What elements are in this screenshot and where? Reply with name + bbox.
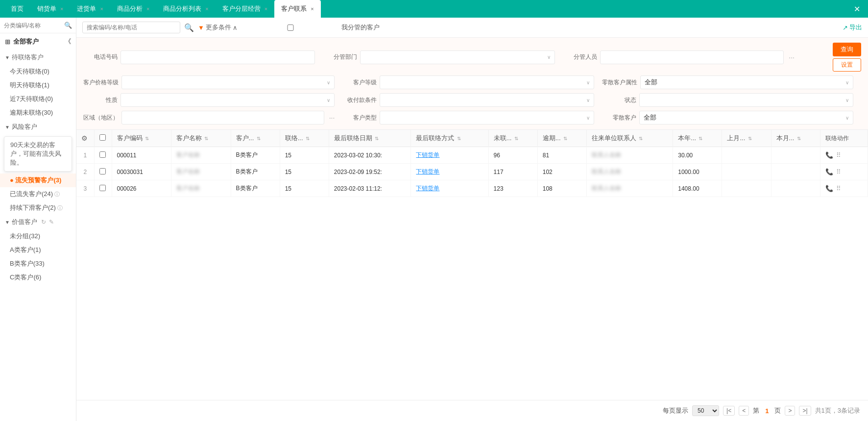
retail-attr-select[interactable]: 全部 ∨ bbox=[640, 75, 853, 89]
sidebar-item-churned[interactable]: 已流失客户(24) ⓘ bbox=[0, 187, 76, 201]
row-last-method-1[interactable]: 下销货单 bbox=[411, 147, 488, 164]
sidebar-item-churn-warning[interactable]: ● 流失预警客户(3) bbox=[0, 173, 76, 187]
sidebar-item-ungrouped[interactable]: 未分组(32) bbox=[0, 229, 76, 243]
row-last-date-1: 2023-03-02 10:30: bbox=[329, 147, 411, 164]
action-more-icon-2[interactable]: ⠿ bbox=[836, 168, 841, 175]
close-purchase-order-icon[interactable]: × bbox=[100, 0, 103, 18]
close-customer-stratification-icon[interactable]: × bbox=[265, 0, 267, 18]
action-more-icon-1[interactable]: ⠿ bbox=[836, 151, 841, 159]
nav-customer-stratification[interactable]: 客户分层经营 × bbox=[216, 0, 274, 18]
status-select[interactable]: ∨ bbox=[639, 93, 853, 107]
query-button[interactable]: 查询 bbox=[833, 43, 861, 56]
close-sales-order-icon[interactable]: × bbox=[60, 0, 63, 18]
overdue-sort-icon[interactable]: ⇅ bbox=[563, 136, 567, 141]
cust-level-select[interactable]: ∨ bbox=[380, 75, 594, 89]
window-close-button[interactable]: ✕ bbox=[850, 4, 864, 14]
prev-page-button[interactable]: < bbox=[739, 406, 749, 416]
row-last-method-2[interactable]: 下销货单 bbox=[411, 164, 488, 180]
per-page-select[interactable]: 50 100 200 bbox=[692, 405, 719, 416]
action-more-icon-3[interactable]: ⠿ bbox=[836, 185, 841, 192]
sidebar-item-overdue-pending[interactable]: 逾期未联络(30) bbox=[0, 106, 76, 120]
export-button[interactable]: ↗ 导出 bbox=[843, 23, 862, 32]
sidebar-item-declining[interactable]: 持续下滑客户(2) ⓘ bbox=[0, 201, 76, 215]
sidebar-item-tomorrow-pending[interactable]: 明天待联络(1) bbox=[0, 78, 76, 92]
row-cust-type-1: B类客户 bbox=[231, 147, 280, 164]
sidebar-all-customers[interactable]: ⊞ 全部客户 《 bbox=[0, 33, 76, 50]
search-button[interactable]: 🔍 bbox=[184, 23, 194, 32]
nav-product-analysis[interactable]: 商品分析 × bbox=[110, 0, 156, 18]
dept-select[interactable]: ∨ bbox=[360, 50, 555, 64]
nav-customer-contact[interactable]: 客户联系 × bbox=[274, 0, 320, 18]
my-customers-checkbox-label[interactable]: 我分管的客户 bbox=[241, 23, 380, 32]
sidebar-item-week-pending[interactable]: 近7天待联络(0) bbox=[0, 92, 76, 106]
row-cust-type-3: B类客户 bbox=[231, 180, 280, 197]
price-level-select[interactable]: ∨ bbox=[121, 75, 335, 89]
close-product-analysis-list-icon[interactable]: × bbox=[205, 0, 208, 18]
sidebar-item-a-class[interactable]: A类客户(1) bbox=[0, 243, 76, 257]
code-sort-icon[interactable]: ⇅ bbox=[145, 136, 149, 141]
row-unit-contact-1: 联系人名称 bbox=[586, 147, 673, 164]
close-product-analysis-icon[interactable]: × bbox=[146, 0, 149, 18]
action-phone-icon-2[interactable]: 📞 bbox=[825, 168, 833, 175]
settings-button[interactable]: 设置 bbox=[833, 58, 861, 72]
last-method-sort-icon[interactable]: ⇅ bbox=[457, 136, 461, 141]
collapse-icon[interactable]: 《 bbox=[65, 37, 71, 46]
col-this-month: 本月... ⇅ bbox=[771, 130, 820, 147]
filter-panel: 电话号码 分管部门 ∨ 分管人员 ··· 查询 bbox=[76, 38, 868, 130]
nav-product-analysis-list[interactable]: 商品分析列表 × bbox=[156, 0, 215, 18]
next-page-button[interactable]: > bbox=[785, 406, 795, 416]
first-page-button[interactable]: |< bbox=[723, 406, 735, 416]
close-customer-contact-icon[interactable]: × bbox=[311, 0, 313, 18]
contact-sort-icon[interactable]: ⇅ bbox=[306, 136, 310, 141]
sidebar-item-b-class[interactable]: B类客户(33) bbox=[0, 257, 76, 271]
value-section-header[interactable]: ▼ 价值客户 ↻ ✎ bbox=[0, 215, 76, 229]
my-customers-checkbox[interactable] bbox=[241, 25, 339, 31]
unlisted-sort-icon[interactable]: ⇅ bbox=[514, 136, 518, 141]
row-unlisted-1: 96 bbox=[488, 147, 537, 164]
person-more-icon[interactable]: ··· bbox=[789, 53, 795, 61]
select-all-checkbox[interactable] bbox=[99, 134, 106, 141]
row-contact-2: 15 bbox=[280, 164, 329, 180]
more-filters-button[interactable]: ▼ 更多条件 ∧ bbox=[198, 23, 238, 32]
value-refresh-icon[interactable]: ↻ bbox=[41, 219, 46, 225]
region-more-icon[interactable]: ··· bbox=[329, 114, 335, 122]
nature-select[interactable]: ∨ bbox=[121, 93, 335, 107]
sidebar-item-today-pending[interactable]: 今天待联络(0) bbox=[0, 65, 76, 78]
dept-arrow-icon: ∨ bbox=[547, 54, 551, 60]
column-settings-icon[interactable]: ⚙ bbox=[81, 134, 88, 142]
person-input[interactable] bbox=[600, 50, 784, 64]
this-month-sort-icon[interactable]: ⇅ bbox=[797, 136, 801, 141]
table-row: 1 000011 客户名称 B类客户 15 2023-03-02 10:30: … bbox=[76, 147, 868, 164]
col-name: 客户名称 ⇅ bbox=[171, 130, 231, 147]
region-input[interactable] bbox=[121, 111, 324, 124]
col-last-date: 最后联络日期 ⇅ bbox=[329, 130, 411, 147]
this-year-sort-icon[interactable]: ⇅ bbox=[699, 136, 702, 141]
phone-input[interactable] bbox=[121, 50, 315, 64]
filter-row-3: 性质 ∨ 收付款条件 ∨ 状态 bbox=[83, 93, 861, 107]
nav-home[interactable]: 首页 bbox=[4, 0, 30, 18]
risk-section-header[interactable]: ▼ 风险客户 bbox=[0, 120, 76, 134]
search-input[interactable] bbox=[82, 22, 180, 33]
nav-purchase-order[interactable]: 进货单 × bbox=[70, 0, 110, 18]
action-phone-icon-1[interactable]: 📞 bbox=[825, 151, 833, 159]
col-this-year: 本年... ⇅ bbox=[673, 130, 722, 147]
sidebar-item-c-class[interactable]: C类客户(6) bbox=[0, 271, 76, 284]
value-edit-icon[interactable]: ✎ bbox=[49, 219, 54, 225]
action-phone-icon-3[interactable]: 📞 bbox=[825, 185, 833, 192]
unit-contact-sort-icon[interactable]: ⇅ bbox=[639, 136, 643, 141]
pending-section-header[interactable]: ▼ 待联络客户 bbox=[0, 50, 76, 65]
row-this-month-2 bbox=[771, 164, 820, 180]
name-sort-icon[interactable]: ⇅ bbox=[204, 136, 208, 141]
last-date-sort-icon[interactable]: ⇅ bbox=[375, 136, 379, 141]
last-page-button[interactable]: >| bbox=[799, 406, 811, 416]
sidebar-search-icon[interactable]: 🔍 bbox=[64, 22, 72, 29]
sidebar-search-input[interactable] bbox=[4, 22, 64, 29]
last-month-sort-icon[interactable]: ⇅ bbox=[748, 136, 752, 141]
retail-select[interactable]: 全部 ∨ bbox=[639, 111, 853, 124]
row-last-method-3[interactable]: 下销货单 bbox=[411, 180, 488, 197]
cust-type-sort-icon[interactable]: ⇅ bbox=[257, 136, 261, 141]
row-last-date-3: 2023-02-03 11:12: bbox=[329, 180, 411, 197]
nav-sales-order[interactable]: 销货单 × bbox=[30, 0, 70, 18]
payment-select[interactable]: ∨ bbox=[380, 93, 594, 107]
cust-type-select[interactable]: ∨ bbox=[380, 111, 594, 124]
